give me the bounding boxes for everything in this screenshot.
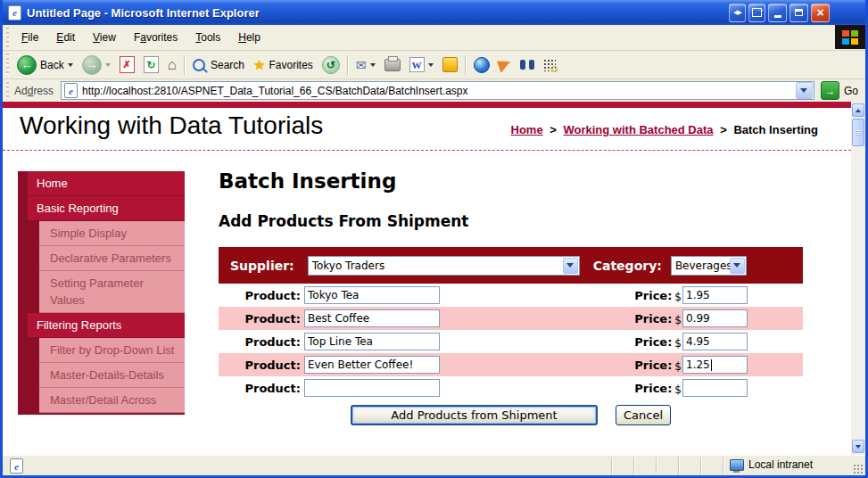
address-dropdown-button[interactable] <box>796 82 813 99</box>
product-label: Product: <box>219 312 301 326</box>
site-title: Working with Data Tutorials <box>20 111 323 140</box>
refresh-button[interactable]: ↻ <box>139 54 163 77</box>
close-button[interactable]: × <box>811 4 830 22</box>
category-select[interactable]: Beverages <box>671 256 747 276</box>
sidebar-item-setting-parameter-values[interactable]: Setting Parameter Values <box>39 271 185 313</box>
vertical-scrollbar[interactable] <box>851 102 865 455</box>
price-input[interactable] <box>682 379 748 397</box>
status-pane-separator <box>656 457 657 474</box>
product-input[interactable]: Best Coffee <box>304 309 440 327</box>
navigation-toolbar: ← Back → ✗ ↻ ⌂ Search ★ Favorites ↺ ✉ W <box>3 51 865 79</box>
messenger-button[interactable] <box>469 54 494 77</box>
address-url: http://localhost:2810/ASPNET_Data_Tutori… <box>82 85 795 97</box>
stop-button[interactable]: ✗ <box>115 54 139 77</box>
supplier-select[interactable]: Tokyo Traders <box>308 256 580 276</box>
mail-button[interactable]: ✉ <box>351 54 380 77</box>
product-row: Product:Best CoffeePrice:$0.99 <box>219 307 803 330</box>
minimize-button[interactable] <box>768 4 787 22</box>
product-input[interactable]: Even Better Coffee! <box>304 356 440 374</box>
back-button[interactable]: ← Back <box>12 54 78 77</box>
research-button[interactable] <box>516 54 539 77</box>
back-dropdown-icon[interactable] <box>68 63 73 67</box>
forward-button[interactable]: → <box>78 54 115 77</box>
breadcrumb-item[interactable]: Working with Batched Data <box>563 123 713 136</box>
ie-page-icon: e <box>8 5 21 21</box>
menu-item-help[interactable]: Help <box>229 26 269 50</box>
price-input[interactable]: 1.95 <box>682 286 748 304</box>
product-input[interactable]: Top Line Tea <box>304 333 440 350</box>
price-label: Price: <box>634 289 672 302</box>
address-input[interactable]: e http://localhost:2810/ASPNET_Data_Tuto… <box>61 81 814 100</box>
product-input[interactable] <box>304 379 440 397</box>
toolbar-separator <box>465 55 467 75</box>
menu-item-view[interactable]: View <box>84 26 125 50</box>
menu-item-favorites[interactable]: Favorites <box>125 26 186 50</box>
quick-launch-button[interactable] <box>494 54 516 77</box>
go-label: Go <box>844 85 858 97</box>
breadcrumb-item[interactable]: Home <box>511 123 543 136</box>
product-row: Product:Price:$ <box>219 376 803 400</box>
refresh-icon: ↻ <box>144 56 159 73</box>
menu-item-tools[interactable]: Tools <box>186 26 229 50</box>
history-icon: ↺ <box>322 56 340 74</box>
title-bar: e Untitled Page - Microsoft Internet Exp… <box>3 0 865 25</box>
word-dropdown-icon[interactable] <box>428 63 434 67</box>
zone-label: Local intranet <box>748 458 813 471</box>
price-input[interactable]: 1.25 <box>682 356 748 374</box>
history-button[interactable]: ↺ <box>318 54 344 77</box>
favorites-button[interactable]: ★ Favorites <box>249 54 318 77</box>
home-button[interactable]: ⌂ <box>163 54 181 77</box>
sidebar-item-home[interactable]: Home <box>28 171 185 196</box>
toolbar-grip[interactable] <box>5 82 10 100</box>
category-select-arrow[interactable] <box>730 258 745 274</box>
product-input[interactable]: Tokyo Tea <box>304 286 440 304</box>
product-label: Product: <box>219 358 301 372</box>
messenger-note-icon <box>442 57 458 72</box>
sidebar-item-simple-display[interactable]: Simple Display <box>39 221 185 246</box>
resize-grip[interactable] <box>853 464 864 474</box>
sidebar-item-basic-reporting[interactable]: Basic Reporting <box>28 196 185 221</box>
messenger-note-button[interactable] <box>438 54 462 77</box>
price-input[interactable]: 0.99 <box>682 309 748 327</box>
cancel-button[interactable]: Cancel <box>616 405 671 425</box>
category-label: Category: <box>593 259 662 273</box>
mail-dropdown-icon[interactable] <box>370 63 376 67</box>
sidebar-item-master-detail-across[interactable]: Master/Detail Across <box>39 388 185 413</box>
search-button[interactable]: Search <box>188 54 249 77</box>
window-title: Untitled Page - Microsoft Internet Explo… <box>27 6 729 20</box>
page-content: Working with Data Tutorials Home > Worki… <box>3 102 865 455</box>
close-icon: × <box>816 6 823 19</box>
home-icon: ⌂ <box>168 57 177 72</box>
chevron-down-icon <box>566 263 574 268</box>
minimize-icon <box>774 15 781 18</box>
maximize-button[interactable] <box>789 4 808 22</box>
word-icon: W <box>409 57 425 72</box>
edit-with-word-button[interactable]: W <box>405 54 438 77</box>
menu-item-file[interactable]: File <box>12 26 47 50</box>
scroll-up-button[interactable] <box>852 103 864 117</box>
print-button[interactable] <box>380 54 405 77</box>
toolbar-grip[interactable] <box>5 54 10 76</box>
currency-symbol: $ <box>674 291 682 303</box>
encoding-button[interactable] <box>539 54 560 77</box>
orange-swoosh-icon <box>497 57 513 73</box>
stop-icon: ✗ <box>120 56 135 73</box>
add-products-button[interactable]: Add Products from Shipment <box>351 405 598 425</box>
scroll-down-button[interactable] <box>852 440 864 453</box>
popout-button[interactable] <box>748 4 765 22</box>
toolbar-grip[interactable] <box>5 28 10 47</box>
supplier-select-arrow[interactable] <box>563 258 578 274</box>
sidebar-item-filter-by-drop-down-list[interactable]: Filter by Drop-Down List <box>39 338 185 363</box>
price-input[interactable]: 4.95 <box>682 333 748 350</box>
scroll-thumb[interactable] <box>852 119 864 146</box>
menu-item-edit[interactable]: Edit <box>47 26 84 50</box>
sidebar-item-master-details-details[interactable]: Master-Details-Details <box>39 363 185 388</box>
price-value: 0.99 <box>686 312 710 325</box>
go-button[interactable]: → Go <box>814 81 865 100</box>
sidebar-item-filtering-reports[interactable]: Filtering Reports <box>28 313 185 338</box>
resize-arrows-button[interactable]: ◀▶ <box>729 4 746 22</box>
supplier-category-bar: Supplier: Tokyo Traders Category: Bevera… <box>219 247 803 284</box>
sidebar-item-declarative-parameters[interactable]: Declarative Parameters <box>39 246 185 271</box>
address-label: Address <box>14 85 54 97</box>
maximize-icon <box>795 9 803 16</box>
